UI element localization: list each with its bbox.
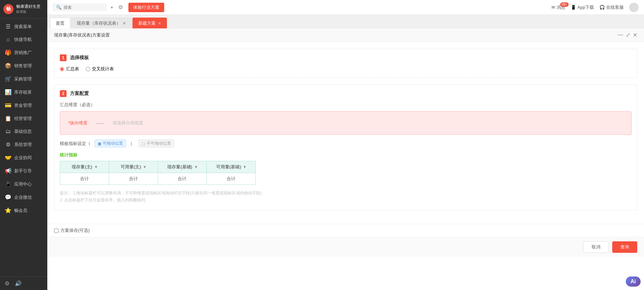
content-window-controls: — ⤢ ✕ <box>618 32 637 38</box>
col-dropdown-2[interactable]: ▾ <box>195 164 197 169</box>
app-version: 标准版 <box>16 9 41 14</box>
sidebar-nav: ☰ 搜索菜单 ⌂ 快捷导航 🎁 营销推广 📦 销售管理 🛒 采购管理 📊 库存核… <box>0 19 47 276</box>
col-header-3[interactable]: 可用量(基辅) ▾ <box>207 161 256 173</box>
radio-cross[interactable]: 交叉统计表 <box>86 66 114 72</box>
sidebar-item-wechat[interactable]: 💬 企业微信 <box>0 191 47 204</box>
purchase-icon: 🛒 <box>5 76 11 82</box>
cooperation-icon: 🤝 <box>5 154 11 161</box>
search-input[interactable] <box>64 5 97 10</box>
sidebar-item-member[interactable]: ⭐ 畅会员 <box>0 204 47 217</box>
sound-icon[interactable]: 🔊 <box>15 280 22 287</box>
sidebar-item-app-center[interactable]: 📱 应用中心 <box>0 177 47 191</box>
message-icon: ✉ <box>551 5 555 10</box>
settings-icon[interactable]: ⚙ <box>5 280 9 287</box>
tab-new-scheme-label: 新建方案 <box>138 20 156 26</box>
radio-cross-input[interactable] <box>86 67 90 71</box>
stats-data-row: 合计 合计 合计 合计 <box>60 173 256 185</box>
tab-inventory-close-icon[interactable]: ✕ <box>123 21 126 26</box>
expand-icon[interactable]: ⤢ <box>626 32 630 38</box>
col-cell-2: 合计 <box>158 173 207 185</box>
sidebar-item-system[interactable]: ⚙ 系统管理 <box>0 138 47 151</box>
online-service-action[interactable]: 🎧 在线客服 <box>599 4 624 10</box>
cancel-button[interactable]: 取消 <box>583 241 609 253</box>
query-button[interactable]: 查询 <box>612 241 637 253</box>
sidebar-item-label: 企业协同 <box>14 155 32 161</box>
gift-icon: 🎁 <box>5 49 11 56</box>
col-dropdown-3[interactable]: ▾ <box>244 164 246 169</box>
sidebar-item-finance[interactable]: 💳 资金管理 <box>0 99 47 112</box>
app-download-action[interactable]: 📱 App下载 <box>571 4 594 10</box>
operation-icon: 📋 <box>5 115 11 122</box>
message-badge: 99+ <box>560 2 569 7</box>
page-title: 现存量(库存状况表)方案设置 <box>54 32 110 38</box>
sidebar-item-basic[interactable]: 🗂 基础信息 <box>0 125 47 138</box>
search-box[interactable]: 🔍 <box>53 3 107 11</box>
sidebar-item-purchase[interactable]: 🛒 采购管理 <box>0 72 47 86</box>
tab-home-label: 首页 <box>56 20 65 26</box>
template-options: 汇总表 交叉统计表 <box>60 66 631 72</box>
sidebar-item-label: 库存核算 <box>14 89 32 95</box>
sidebar-item-label: 企业微信 <box>14 194 32 200</box>
col-cell-0: 合计 <box>60 173 109 185</box>
sidebar-item-sales[interactable]: 📦 销售管理 <box>0 59 47 72</box>
fixed-label: 不可拖动位置 <box>147 141 171 146</box>
message-action[interactable]: ✉ 消息 99+ <box>551 4 565 10</box>
save-checkbox[interactable] <box>54 228 58 233</box>
app-name: 畅康通好生意 <box>16 4 41 9</box>
tips-section: 提示： 1.拖动标题栏可以调整布局，不可跨维度或指标区域拖动栏目字段(只能在同一… <box>60 190 631 203</box>
search-menu-icon: ☰ <box>5 23 11 30</box>
close-icon[interactable]: ✕ <box>633 32 637 38</box>
sidebar-item-marketing[interactable]: 🎁 营销推广 <box>0 46 47 59</box>
radio-summary-label: 汇总表 <box>66 66 79 72</box>
sidebar-item-label: 经营管理 <box>14 116 32 122</box>
save-label[interactable]: 方案保存(可选) <box>60 227 90 234</box>
trial-button[interactable]: 体验行业方案 <box>128 3 164 12</box>
tab-new-scheme-close-icon[interactable]: ✕ <box>158 21 161 26</box>
gear-icon[interactable]: ⚙ <box>117 4 124 10</box>
sidebar-item-guide[interactable]: 📢 新手引导 <box>0 164 47 177</box>
dimension-separator: —— <box>96 121 104 126</box>
tab-new-scheme[interactable]: 新建方案 ✕ <box>132 18 167 28</box>
app-download-label: App下载 <box>577 4 594 10</box>
minimize-icon[interactable]: — <box>618 32 623 38</box>
headset-icon: 🎧 <box>599 5 605 10</box>
basic-icon: 🗂 <box>5 128 11 135</box>
indicator-separator: ） <box>130 141 134 147</box>
tip-2: 2. 点击标题栏下拉可设置排序、插入列和删除列 <box>60 197 631 203</box>
dimension-placeholder: 请选择分组维度 <box>113 120 143 126</box>
online-service-label: 在线客服 <box>606 4 624 10</box>
member-icon: ⭐ <box>5 207 11 214</box>
sidebar-item-inventory[interactable]: 📊 库存核算 <box>0 86 47 99</box>
content-header: 现存量(库存状况表)方案设置 — ⤢ ✕ <box>47 28 644 42</box>
sidebar-item-operation[interactable]: 📋 经营管理 <box>0 112 47 125</box>
stats-header-row: 现存量(主) ▾ 可用量(主) ▾ 现存量(基辅) ▾ <box>60 161 256 173</box>
col-header-1[interactable]: 可用量(主) ▾ <box>109 161 158 173</box>
indicator-settings: 模板指标设定（ ▣ 可拖动位置 ） ▢ 不可拖动位置 <box>60 140 631 147</box>
topbar-actions: ✉ 消息 99+ 📱 App下载 🎧 在线客服 <box>551 3 639 12</box>
wechat-icon: 💬 <box>5 194 11 200</box>
col-dropdown-0[interactable]: ▾ <box>95 164 97 169</box>
tab-inventory-status[interactable]: 现存量（库存状况表） ✕ <box>71 18 132 28</box>
radio-summary[interactable]: 汇总表 <box>60 66 79 72</box>
stats-section-label: 统计指标 <box>60 152 631 158</box>
tab-home[interactable]: 首页 <box>50 18 70 28</box>
col-dropdown-1[interactable]: ▾ <box>144 164 146 169</box>
dimension-box[interactable]: *纵向维度 —— 请选择分组维度 <box>60 111 631 135</box>
section1-header: 1 选择模板 <box>60 54 631 61</box>
sidebar-item-quick-nav[interactable]: ⌂ 快捷导航 <box>0 33 47 46</box>
movable-badge: ▣ 可拖动位置 <box>95 140 126 147</box>
sidebar-item-cooperation[interactable]: 🤝 企业协同 <box>0 151 47 164</box>
search-dropdown-icon[interactable]: ▾ <box>111 5 113 10</box>
radio-summary-input[interactable] <box>60 67 64 71</box>
user-avatar[interactable] <box>629 3 639 12</box>
sidebar-item-label: 系统管理 <box>14 142 32 148</box>
col-header-0[interactable]: 现存量(主) ▾ <box>60 161 109 173</box>
sidebar-item-label: 基础信息 <box>14 128 32 135</box>
app-logo-icon: 畅 <box>3 4 14 14</box>
phone-icon: 📱 <box>571 5 576 10</box>
col-cell-3: 合计 <box>207 173 256 185</box>
content-body: 1 选择模板 汇总表 交叉统计表 2 <box>47 42 644 224</box>
ai-badge[interactable]: Ai <box>626 276 641 287</box>
sidebar-item-search-menu[interactable]: ☰ 搜索菜单 <box>0 20 47 33</box>
col-header-2[interactable]: 现存量(基辅) ▾ <box>158 161 207 173</box>
